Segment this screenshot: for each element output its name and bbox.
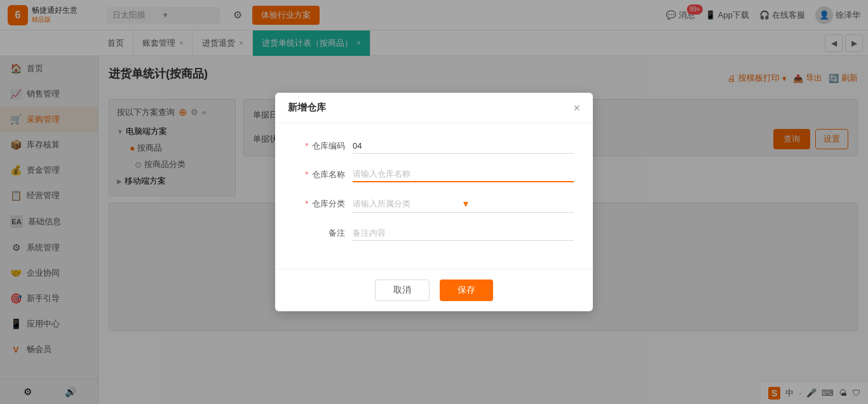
required-name: * xyxy=(305,170,308,179)
dialog-close-button[interactable]: × xyxy=(573,102,580,114)
remark-label: 备注 xyxy=(294,227,345,239)
dialog-title: 新增仓库 xyxy=(288,102,326,114)
category-label-text: 仓库分类 xyxy=(312,199,345,208)
category-placeholder: 请输入所属分类 xyxy=(353,198,463,210)
dialog-add-warehouse: 新增仓库 × * 仓库编码 * 仓库名称 xyxy=(275,93,593,311)
save-button[interactable]: 保存 xyxy=(440,279,493,301)
category-label: * 仓库分类 xyxy=(294,198,345,210)
cancel-button[interactable]: 取消 xyxy=(375,279,430,301)
required-code: * xyxy=(305,141,308,151)
dialog-body: * 仓库编码 * 仓库名称 * 仓库分类 请输入 xyxy=(275,123,593,269)
name-label-text: 仓库名称 xyxy=(312,170,345,179)
code-input[interactable] xyxy=(353,138,574,154)
code-label-text: 仓库编码 xyxy=(312,141,345,151)
code-label: * 仓库编码 xyxy=(294,140,345,152)
form-row-name: * 仓库名称 xyxy=(294,166,574,182)
form-row-category: * 仓库分类 请输入所属分类 ▾ xyxy=(294,195,574,213)
required-category: * xyxy=(305,199,308,208)
remark-input[interactable] xyxy=(353,226,574,241)
form-row-code: * 仓库编码 xyxy=(294,138,574,154)
form-row-remark: 备注 xyxy=(294,226,574,241)
modal-overlay[interactable]: 新增仓库 × * 仓库编码 * 仓库名称 xyxy=(0,0,868,404)
dialog-footer: 取消 保存 xyxy=(275,269,593,311)
name-label: * 仓库名称 xyxy=(294,169,345,180)
category-arrow-icon: ▾ xyxy=(463,198,574,210)
remark-label-text: 备注 xyxy=(329,228,345,238)
name-input[interactable] xyxy=(353,166,574,182)
dialog-header: 新增仓库 × xyxy=(275,93,593,123)
category-select[interactable]: 请输入所属分类 ▾ xyxy=(353,195,574,213)
